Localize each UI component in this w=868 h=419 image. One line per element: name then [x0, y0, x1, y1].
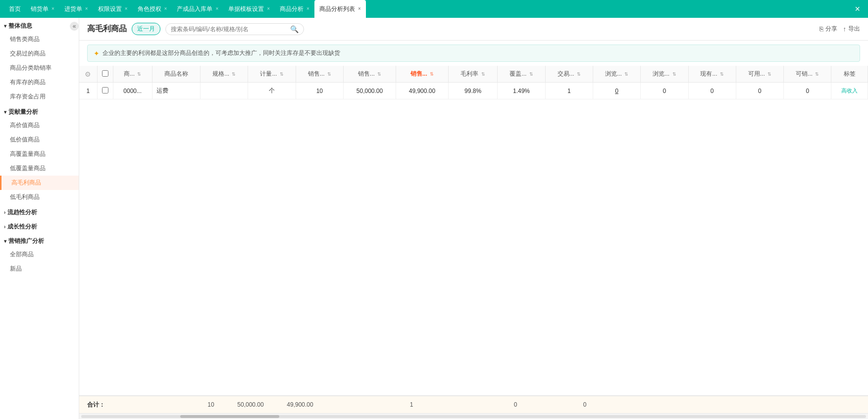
cell-sales-qty: 10 [296, 83, 343, 99]
nav-item-sales[interactable]: 销货单 × [26, 0, 59, 18]
cell-code: 0000... [113, 83, 152, 99]
col-coverage[interactable]: 覆盖... ⇅ [498, 66, 545, 83]
close-template-tab[interactable]: × [267, 0, 270, 18]
sidebar-item-high-value[interactable]: 高价值商品 [0, 118, 79, 133]
export-button[interactable]: ↑ 导出 [843, 25, 861, 33]
footer-total: 合计： 10 50,000.00 49,900.00 1 0 0 [79, 395, 868, 413]
nav-item-warehousing[interactable]: 产成品入库单 × [172, 0, 223, 18]
col-transaction[interactable]: 交易... ⇅ [545, 66, 593, 83]
sidebar-item-traded-goods[interactable]: 交易过的商品 [0, 47, 79, 61]
data-table: ⚙ 商... ⇅ 商品名称 规格... [79, 66, 868, 99]
col-sales-profit[interactable]: 销售... ⇅ [396, 66, 448, 83]
close-purchase-tab[interactable]: × [85, 0, 88, 18]
cell-available-stock: 0 [736, 83, 783, 99]
sidebar-item-category-rate[interactable]: 商品分类助销率 [0, 61, 79, 75]
close-analysis-list-tab[interactable]: × [358, 0, 361, 18]
cell-checkbox[interactable] [97, 83, 113, 99]
col-settings[interactable]: ⚙ [79, 66, 97, 83]
sidebar-group-marketing[interactable]: ▾ 营销推广分析 [0, 233, 79, 247]
total-coverage [359, 401, 394, 408]
group-arrow-overall: ▾ [4, 23, 6, 29]
filter-recent-month[interactable]: 近一月 [132, 23, 160, 35]
total-browse1 [429, 401, 463, 408]
sidebar-item-all-goods[interactable]: 全部商品 [0, 247, 79, 262]
header-actions: ⎘ 分享 ↑ 导出 [819, 25, 861, 33]
sidebar-group-growth[interactable]: › 成长性分析 [0, 219, 79, 233]
col-unit[interactable]: 计量... ⇅ [248, 66, 296, 83]
col-name: 商品名称 [152, 66, 200, 83]
browse1-link[interactable]: 0 [615, 88, 618, 94]
scrollbar-thumb[interactable] [180, 415, 279, 418]
col-code[interactable]: 商... ⇅ [113, 66, 152, 83]
sidebar-item-in-stock[interactable]: 有库存的商品 [0, 75, 79, 90]
search-input[interactable] [171, 26, 288, 33]
sidebar-item-new-goods[interactable]: 新品 [0, 262, 79, 276]
sidebar-item-low-value[interactable]: 低价值商品 [0, 133, 79, 147]
total-gross-margin [325, 401, 359, 408]
cell-browse2: 0 [641, 83, 688, 99]
close-warehousing-tab[interactable]: × [215, 0, 218, 18]
info-icon: ✦ [94, 49, 100, 57]
nav-item-analysis[interactable]: 商品分析 × [275, 0, 314, 18]
col-checkbox[interactable] [97, 66, 113, 83]
total-sales-qty: 10 [196, 401, 226, 408]
share-button[interactable]: ⎘ 分享 [819, 25, 837, 33]
nav-item-role[interactable]: 角色授权 × [133, 0, 172, 18]
top-navigation: 首页 销货单 × 进货单 × 权限设置 × 角色授权 × 产成品入库单 × 单据… [0, 0, 868, 18]
content-header: 高毛利商品 近一月 🔍 ⎘ 分享 ↑ 导出 [79, 18, 868, 41]
col-gross-margin[interactable]: 毛利率 ⇅ [448, 66, 497, 83]
group-arrow-trend: › [4, 210, 5, 215]
nav-item-template[interactable]: 单据模板设置 × [223, 0, 275, 18]
select-all-checkbox[interactable] [102, 70, 108, 77]
group-arrow-marketing: ▾ [4, 238, 6, 244]
col-sales-qty[interactable]: 销售... ⇅ [296, 66, 343, 83]
close-sales-tab[interactable]: × [51, 0, 54, 18]
sidebar-item-high-margin[interactable]: 高毛利商品 [0, 176, 79, 190]
sort-sellable-stock-icon: ⇅ [815, 72, 819, 77]
sort-sales-qty-icon: ⇅ [327, 72, 331, 77]
nav-item-purchase[interactable]: 进货单 × [59, 0, 93, 18]
sidebar-group-contribution[interactable]: ▾ 贡献量分析 [0, 104, 79, 118]
col-available-stock[interactable]: 可用... ⇅ [736, 66, 783, 83]
sidebar-item-high-coverage[interactable]: 高覆盖量商品 [0, 147, 79, 161]
close-role-tab[interactable]: × [164, 0, 167, 18]
sidebar-group-trend[interactable]: › 流趋性分析 [0, 204, 79, 219]
col-tag: 标签 [831, 66, 868, 83]
sidebar: « ▾ 整体信息 销售类商品 交易过的商品 商品分类助销率 有库存的商品 库存资… [0, 18, 79, 419]
col-sellable-stock[interactable]: 可销... ⇅ [784, 66, 831, 83]
col-sales-amount[interactable]: 销售... ⇅ [344, 66, 396, 83]
sort-browse2-icon: ⇅ [672, 72, 676, 77]
col-browse2[interactable]: 浏览... ⇅ [641, 66, 688, 83]
col-spec[interactable]: 规格... ⇅ [201, 66, 248, 83]
sidebar-collapse-btn[interactable]: « [70, 22, 79, 31]
sort-browse1-icon: ⇅ [624, 72, 628, 77]
sidebar-item-stock-funds[interactable]: 库存资金占用 [0, 90, 79, 104]
sidebar-item-sales-goods[interactable]: 销售类商品 [0, 32, 79, 47]
cell-unit: 个 [248, 83, 296, 99]
sidebar-item-low-margin[interactable]: 低毛利商品 [0, 190, 79, 204]
data-table-wrapper[interactable]: ⚙ 商... ⇅ 商品名称 规格... [79, 66, 868, 395]
row-checkbox[interactable] [102, 87, 108, 93]
sort-gross-margin-icon: ⇅ [481, 72, 485, 77]
nav-item-home[interactable]: 首页 [4, 0, 26, 18]
sort-sales-profit-icon: ⇅ [430, 72, 434, 77]
sidebar-group-overall[interactable]: ▾ 整体信息 [0, 18, 79, 32]
share-icon: ⎘ [819, 25, 823, 33]
total-cells: 10 50,000.00 49,900.00 1 0 0 [196, 401, 860, 408]
close-analysis-tab[interactable]: × [306, 0, 309, 18]
close-all-tabs[interactable]: × [851, 4, 864, 14]
close-permission-tab[interactable]: × [125, 0, 128, 18]
total-sales-amount: 50,000.00 [226, 401, 275, 408]
nav-item-analysis-list[interactable]: 商品分析列表 × [314, 0, 366, 18]
cell-browse1[interactable]: 0 [593, 83, 640, 99]
total-transaction: 1 [394, 401, 429, 408]
nav-item-permission[interactable]: 权限设置 × [93, 0, 133, 18]
sort-transaction-icon: ⇅ [577, 72, 581, 77]
bottom-scrollbar[interactable] [79, 413, 868, 419]
col-current-stock[interactable]: 现有... ⇅ [688, 66, 736, 83]
sidebar-item-low-coverage[interactable]: 低覆盖量商品 [0, 161, 79, 176]
col-browse1[interactable]: 浏览... ⇅ [593, 66, 640, 83]
cell-current-stock: 0 [688, 83, 736, 99]
cell-transaction: 1 [545, 83, 593, 99]
search-icon[interactable]: 🔍 [290, 25, 299, 33]
